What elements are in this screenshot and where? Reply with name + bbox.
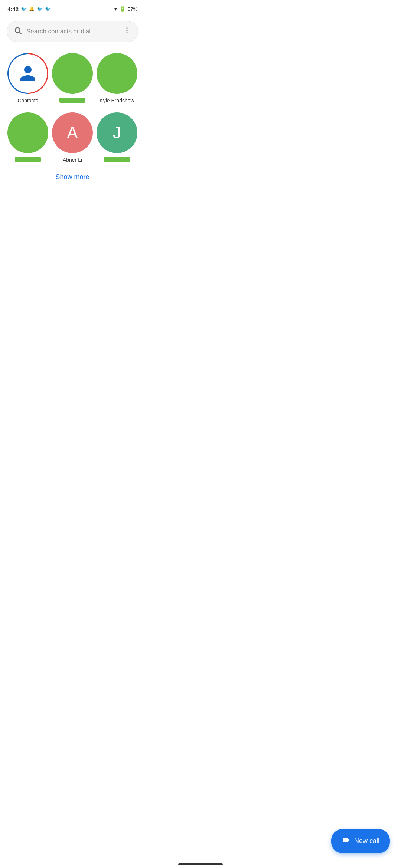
twitter-icon-2: 🐦 xyxy=(37,6,43,12)
show-more-button[interactable]: Show more xyxy=(55,173,89,181)
battery-percent: 57% xyxy=(128,6,137,12)
svg-point-4 xyxy=(126,32,127,33)
hashtag-icon: 🔔 xyxy=(29,6,35,11)
show-more-container: Show more xyxy=(0,163,145,188)
contact-item-4[interactable] xyxy=(7,112,48,163)
contact-item-2[interactable] xyxy=(52,53,93,103)
status-right: ▾ 🔋 57% xyxy=(114,6,137,12)
contacts-grid: Contacts Kyle Bradshaw A Abner Li J xyxy=(0,49,145,163)
contact-name-abner: Abner Li xyxy=(63,157,82,163)
contact-avatar-kyle xyxy=(97,53,137,94)
person-icon xyxy=(19,64,37,83)
contact-item-j[interactable]: J xyxy=(97,112,137,163)
contact-name-placeholder-2 xyxy=(59,98,85,103)
status-bar: 4:42 🐦 🔔 🐦 🐦 ▾ 🔋 57% xyxy=(0,0,145,16)
twitter-icon-1: 🐦 xyxy=(21,6,27,12)
contact-item-kyle[interactable]: Kyle Bradshaw xyxy=(97,53,137,103)
abner-initial: A xyxy=(67,124,78,142)
contact-avatar-4 xyxy=(7,112,48,153)
contact-name-placeholder-4 xyxy=(15,157,41,162)
contacts-button[interactable]: Contacts xyxy=(7,53,48,103)
j-initial: J xyxy=(113,124,121,142)
battery-icon: 🔋 xyxy=(119,6,125,12)
svg-point-3 xyxy=(126,30,127,31)
contact-avatar-abner: A xyxy=(52,112,93,153)
twitter-icon-3: 🐦 xyxy=(45,6,51,12)
status-time: 4:42 xyxy=(7,6,19,12)
search-bar-container: Search contacts or dial xyxy=(0,16,145,49)
status-left: 4:42 🐦 🔔 🐦 🐦 xyxy=(7,6,51,12)
more-options-icon[interactable] xyxy=(123,26,131,36)
contact-avatar-2 xyxy=(52,53,93,94)
search-placeholder: Search contacts or dial xyxy=(26,28,123,35)
contact-item-abner[interactable]: A Abner Li xyxy=(52,112,93,163)
contacts-avatar-ring xyxy=(7,53,48,94)
search-icon xyxy=(14,26,22,36)
contacts-avatar-inner xyxy=(9,54,47,93)
svg-point-2 xyxy=(126,27,127,29)
contact-name-placeholder-j xyxy=(104,157,130,162)
contact-name-kyle: Kyle Bradshaw xyxy=(100,98,134,103)
contacts-label: Contacts xyxy=(17,98,38,103)
contact-avatar-j: J xyxy=(97,112,137,153)
search-bar[interactable]: Search contacts or dial xyxy=(7,21,138,42)
svg-line-1 xyxy=(19,32,21,34)
wifi-icon: ▾ xyxy=(114,6,117,12)
